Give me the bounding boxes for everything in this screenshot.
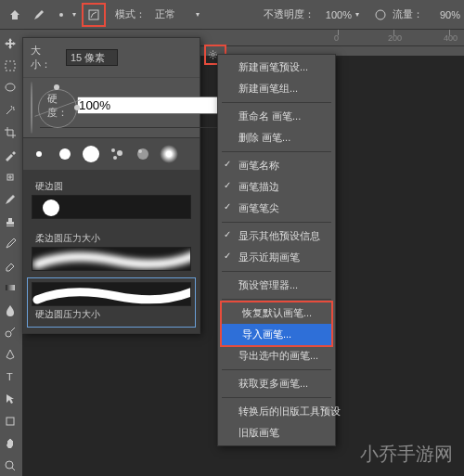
text-tool-icon[interactable]: T	[0, 367, 20, 387]
svg-point-6	[6, 331, 11, 337]
menu-separator	[222, 222, 331, 223]
flow-label: 流量：	[393, 7, 423, 21]
marquee-tool-icon[interactable]	[0, 56, 20, 76]
chevron-down-icon[interactable]: ▾	[355, 10, 363, 19]
brush-flyout-menu: 新建画笔预设... 新建画笔组... 重命名 画笔... 删除 画笔... 画笔…	[217, 54, 336, 446]
menu-separator	[222, 102, 331, 103]
hand-tool-icon[interactable]	[0, 433, 20, 454]
svg-point-15	[43, 199, 59, 216]
brush-stroke-preview	[32, 282, 191, 306]
svg-point-16	[212, 53, 214, 56]
size-label: 大小：	[31, 44, 60, 71]
pressure-opacity-icon[interactable]	[372, 4, 389, 26]
crop-tool-icon[interactable]	[0, 122, 20, 143]
menu-separator	[222, 299, 331, 300]
stamp-tool-icon[interactable]	[0, 212, 20, 232]
path-select-tool-icon[interactable]	[0, 389, 20, 409]
menu-separator	[222, 151, 331, 152]
healing-tool-icon[interactable]	[0, 167, 20, 187]
brush-preset-list: 硬边圆 柔边圆压力大小 硬边圆压力大小	[23, 170, 200, 333]
brush-tool-sidebar-icon[interactable]	[0, 189, 20, 210]
menu-converted-legacy-presets[interactable]: 转换后的旧版工具预设	[218, 401, 335, 422]
svg-text:T: T	[6, 371, 13, 382]
menu-rename-brush[interactable]: 重命名 画笔...	[218, 106, 335, 127]
svg-point-14	[138, 149, 142, 153]
opacity-label: 不透明度：	[264, 7, 315, 21]
left-toolbar: T	[0, 30, 22, 476]
blend-mode-select[interactable]: 正常	[151, 6, 194, 23]
menu-brush-tip[interactable]: 画笔笔尖	[218, 198, 335, 219]
menu-restore-default-brushes[interactable]: 恢复默认画笔...	[222, 302, 331, 324]
brush-size-preview[interactable]	[52, 6, 71, 24]
svg-point-12	[113, 156, 117, 160]
menu-delete-brush[interactable]: 删除 画笔...	[218, 127, 335, 148]
blur-tool-icon[interactable]	[0, 300, 20, 320]
opacity-input[interactable]: 100%	[318, 9, 352, 20]
flow-input[interactable]: 90%	[427, 9, 460, 20]
ruler-tick-label: 200	[388, 33, 402, 43]
angle-picker[interactable]	[31, 82, 32, 134]
svg-rect-0	[89, 10, 98, 19]
brush-preset-item[interactable]: 柔边圆压力大小	[27, 225, 196, 276]
shape-tool-icon[interactable]	[0, 411, 20, 431]
menu-preset-manager[interactable]: 预设管理器...	[218, 275, 335, 296]
menu-separator	[222, 397, 331, 398]
svg-point-11	[117, 150, 122, 156]
brush-preset-item[interactable]: 硬边圆	[27, 174, 196, 224]
brush-size-input[interactable]	[66, 49, 118, 66]
menu-export-selected-brushes[interactable]: 导出选中的画笔...	[218, 345, 335, 367]
ruler-tick-label: 400	[444, 33, 458, 43]
brush-tip-grid	[23, 137, 200, 170]
brush-tool-icon[interactable]	[28, 4, 50, 26]
lasso-tool-icon[interactable]	[0, 78, 20, 98]
brush-stroke-preview	[32, 195, 191, 219]
ruler-tick-label: 0	[334, 33, 339, 43]
zoom-tool-icon[interactable]	[0, 456, 20, 476]
menu-legacy-brushes[interactable]: 旧版画笔	[218, 422, 335, 444]
brush-preset-item[interactable]: 硬边圆压力大小	[27, 277, 196, 328]
hardness-input[interactable]	[77, 96, 238, 114]
gradient-tool-icon[interactable]	[0, 277, 20, 298]
brush-stroke-preview	[32, 247, 191, 271]
dodge-tool-icon[interactable]	[0, 322, 20, 342]
menu-show-additional-info[interactable]: 显示其他预设信息	[218, 225, 335, 247]
watermark: 小乔手游网	[360, 442, 453, 467]
pen-tool-icon[interactable]	[0, 344, 20, 365]
brush-tip-thumb[interactable]	[159, 144, 179, 164]
menu-get-more-brushes[interactable]: 获取更多画笔...	[218, 373, 335, 394]
menu-brush-name[interactable]: 画笔名称	[218, 155, 335, 176]
brush-settings-highlight	[82, 3, 106, 27]
brush-preset-panel: 大小： 硬度： 硬边圆 柔边圆压力大小	[22, 37, 200, 334]
svg-point-3	[6, 84, 15, 91]
chevron-down-icon[interactable]: ▾	[196, 10, 203, 19]
brush-tip-thumb[interactable]	[55, 144, 75, 164]
svg-point-10	[111, 148, 115, 152]
brush-tip-thumb[interactable]	[133, 144, 153, 164]
brush-tip-thumb[interactable]	[107, 144, 127, 164]
history-brush-icon[interactable]	[0, 234, 20, 254]
brush-preset-name: 硬边圆	[32, 178, 191, 195]
mode-label: 模式：	[115, 7, 146, 21]
brush-preset-name: 硬边圆压力大小	[32, 306, 191, 323]
move-tool-icon[interactable]	[0, 33, 20, 54]
svg-point-1	[376, 10, 385, 19]
svg-rect-5	[6, 285, 15, 290]
menu-show-recent-brushes[interactable]: 显示近期画笔	[218, 247, 335, 268]
brush-tip-thumb[interactable]	[81, 144, 101, 164]
brush-panel-toggle-icon[interactable]	[85, 6, 102, 23]
menu-separator	[222, 271, 331, 272]
wand-tool-icon[interactable]	[0, 100, 20, 121]
eyedropper-tool-icon[interactable]	[0, 145, 20, 165]
menu-separator	[222, 369, 331, 370]
menu-import-brushes[interactable]: 导入画笔...	[222, 324, 331, 345]
svg-rect-2	[6, 61, 15, 71]
import-brushes-highlight: 恢复默认画笔... 导入画笔...	[220, 301, 333, 347]
eraser-tool-icon[interactable]	[0, 256, 20, 277]
menu-brush-stroke[interactable]: 画笔描边	[218, 176, 335, 198]
chevron-down-icon[interactable]: ▾	[72, 10, 80, 19]
menu-new-brush-preset[interactable]: 新建画笔预设...	[218, 57, 335, 78]
brush-tip-thumb[interactable]	[29, 144, 49, 164]
top-toolbar: ▾ 模式： 正常 ▾ 不透明度： 100% ▾ 流量： 90%	[0, 0, 464, 30]
menu-new-brush-group[interactable]: 新建画笔组...	[218, 78, 335, 99]
home-icon[interactable]	[4, 4, 26, 26]
